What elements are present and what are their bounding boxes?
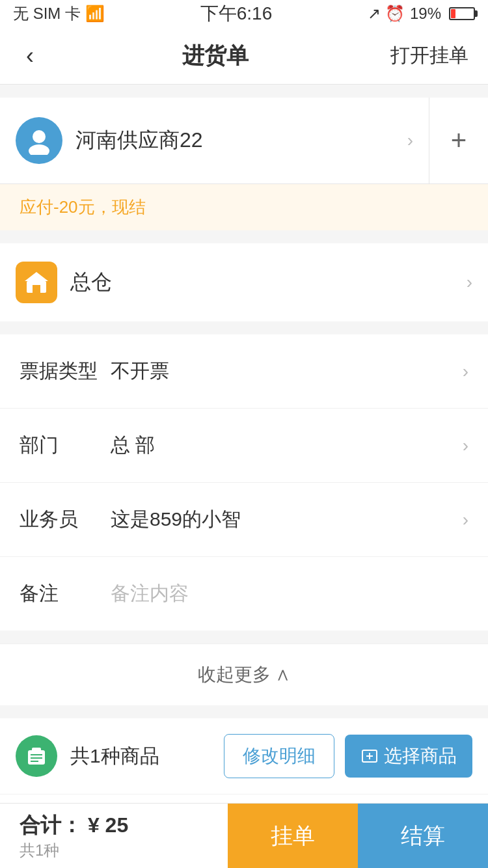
modify-detail-button[interactable]: 修改明细 bbox=[224, 734, 334, 778]
supplier-section: 河南供应商22 › + bbox=[0, 98, 488, 184]
note-placeholder: 备注内容 bbox=[98, 580, 468, 607]
svg-point-0 bbox=[33, 130, 46, 143]
notice-text: 应付-20元，现结 bbox=[20, 197, 146, 217]
status-signal: 无 SIM 卡 📶 bbox=[13, 3, 105, 24]
svg-rect-6 bbox=[32, 748, 41, 752]
nav-bar: ‹ 进货单 打开挂单 bbox=[0, 27, 488, 85]
total-value: ¥ 25 bbox=[88, 813, 128, 837]
collapse-label: 收起更多 ∧ bbox=[198, 664, 291, 685]
supplier-name: 河南供应商22 bbox=[75, 126, 401, 155]
warehouse-section[interactable]: 总仓 › bbox=[0, 243, 488, 321]
status-bar: 无 SIM 卡 📶 下午6:16 ↗ ⏰ 19% bbox=[0, 0, 488, 27]
notice-bar: 应付-20元，现结 bbox=[0, 184, 488, 230]
svg-rect-8 bbox=[31, 757, 42, 759]
department-label: 部门 bbox=[20, 432, 98, 459]
gap-1 bbox=[0, 85, 488, 98]
page-title: 进货单 bbox=[182, 41, 249, 71]
total-section: 合计： ¥ 25 共1种 bbox=[0, 811, 228, 861]
supplier-select[interactable]: 河南供应商22 › bbox=[0, 98, 429, 183]
salesperson-value: 这是859的小智 bbox=[98, 506, 456, 533]
supplier-avatar bbox=[16, 117, 62, 164]
warehouse-chevron-icon: › bbox=[467, 272, 472, 293]
bottom-bar: 合计： ¥ 25 共1种 挂单 结算 bbox=[0, 803, 488, 868]
invoice-label: 票据类型 bbox=[20, 358, 98, 385]
warehouse-icon bbox=[16, 262, 57, 303]
svg-point-1 bbox=[29, 144, 49, 155]
invoice-row[interactable]: 票据类型 不开票 › bbox=[0, 334, 488, 409]
checkout-button[interactable]: 结算 bbox=[358, 804, 488, 869]
add-supplier-button[interactable]: + bbox=[429, 125, 488, 156]
svg-rect-4 bbox=[33, 285, 40, 293]
note-row[interactable]: 备注 备注内容 bbox=[0, 557, 488, 631]
status-time: 下午6:16 bbox=[200, 1, 273, 26]
form-section: 票据类型 不开票 › 部门 总 部 › 业务员 这是859的小智 › 备注 备注… bbox=[0, 334, 488, 631]
svg-rect-9 bbox=[31, 761, 38, 762]
department-row[interactable]: 部门 总 部 › bbox=[0, 409, 488, 483]
svg-rect-7 bbox=[31, 754, 42, 755]
invoice-value: 不开票 bbox=[98, 358, 456, 385]
status-battery: ↗ ⏰ 19% bbox=[368, 5, 475, 23]
invoice-chevron-icon: › bbox=[463, 361, 468, 382]
warehouse-name: 总仓 bbox=[70, 268, 460, 297]
total-count: 共1种 bbox=[20, 840, 208, 861]
select-product-label: 选择商品 bbox=[384, 744, 457, 768]
product-header: 共1种商品 修改明细 选择商品 bbox=[0, 718, 488, 794]
collapse-button[interactable]: 收起更多 ∧ bbox=[0, 644, 488, 705]
total-label: 合计： bbox=[20, 813, 82, 837]
chevron-right-icon: › bbox=[407, 130, 413, 151]
select-product-button[interactable]: 选择商品 bbox=[345, 735, 472, 778]
total-amount: 合计： ¥ 25 bbox=[20, 811, 208, 840]
battery-icon bbox=[449, 7, 475, 20]
salesperson-label: 业务员 bbox=[20, 506, 98, 533]
hangup-button[interactable]: 挂单 bbox=[228, 804, 358, 869]
department-value: 总 部 bbox=[98, 432, 456, 459]
back-button[interactable]: ‹ bbox=[20, 36, 40, 76]
salesperson-chevron-icon: › bbox=[463, 509, 468, 530]
open-hangup-button[interactable]: 打开挂单 bbox=[390, 42, 468, 69]
product-count-icon bbox=[16, 735, 57, 777]
department-chevron-icon: › bbox=[463, 435, 468, 456]
svg-marker-3 bbox=[25, 272, 48, 281]
note-label: 备注 bbox=[20, 580, 98, 607]
battery-percentage: 19% bbox=[410, 5, 441, 23]
product-count-text: 共1种商品 bbox=[70, 743, 224, 770]
salesperson-row[interactable]: 业务员 这是859的小智 › bbox=[0, 483, 488, 557]
